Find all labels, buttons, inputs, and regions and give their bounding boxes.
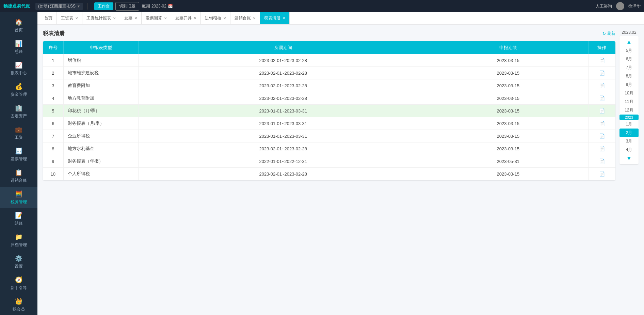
- month-2023-3[interactable]: 3月: [619, 137, 639, 146]
- month-2022-9[interactable]: 9月: [619, 80, 639, 89]
- view-icon[interactable]: 📄: [599, 121, 605, 126]
- close-icon[interactable]: ✕: [194, 16, 196, 20]
- archive-icon: 📁: [15, 233, 22, 241]
- tab-salary-report[interactable]: 工资统计报表 ✕: [82, 12, 120, 25]
- tab-salary-table[interactable]: 工资表 ✕: [57, 12, 82, 25]
- sidebar: 🏠 首页 📊 总账 📈 报表中心 💰 资金管理 🏢 固定资产 💼 工资 🧾 发票…: [0, 12, 37, 315]
- calendar-icon[interactable]: 📅: [168, 4, 173, 9]
- sidebar-label-home: 首页: [15, 27, 23, 33]
- tab-invoice-calc[interactable]: 发票测算 ✕: [142, 12, 171, 25]
- view-icon[interactable]: 📄: [599, 159, 605, 164]
- nav-down-button[interactable]: ▼: [619, 154, 639, 163]
- view-icon[interactable]: 📄: [599, 108, 605, 114]
- tab-home-label: 首页: [44, 15, 52, 21]
- page-header: 税表清册 ↻ 刷新: [43, 30, 615, 37]
- month-2023-4[interactable]: 4月: [619, 146, 639, 154]
- sidebar-item-guide[interactable]: 🧭 新手引导: [0, 273, 37, 294]
- nav-up-button[interactable]: ▲: [619, 38, 639, 46]
- sidebar-item-member[interactable]: 👑 畅会员: [0, 294, 37, 315]
- tab-invoice-open[interactable]: 发票开具 ✕: [171, 12, 201, 25]
- cell-period: 2023-01-01~2023-03-31: [138, 105, 428, 117]
- month-2022-8[interactable]: 8月: [619, 72, 639, 80]
- view-icon[interactable]: 📄: [599, 171, 605, 177]
- sidebar-item-settings[interactable]: ⚙️ 设置: [0, 251, 37, 273]
- tab-tax-register[interactable]: 税表清册 ✕: [260, 12, 290, 25]
- tab-invoice-calc-label: 发票测算: [146, 15, 162, 21]
- sidebar-label-ledger: 总账: [15, 49, 23, 55]
- view-icon[interactable]: 📄: [599, 133, 605, 139]
- month-2022-5[interactable]: 5月: [619, 46, 639, 55]
- salary-icon: 💼: [15, 126, 22, 133]
- sidebar-item-tax[interactable]: 🧮 税务管理: [0, 187, 37, 208]
- cell-period: 2023-02-01~2023-02-28: [138, 92, 428, 105]
- close-icon[interactable]: ✕: [113, 16, 116, 20]
- cell-type: 财务报表（月/季）: [63, 117, 138, 130]
- cell-deadline: 2023-03-15: [428, 117, 588, 130]
- refresh-button[interactable]: ↻ 刷新: [602, 31, 615, 36]
- human-consult[interactable]: 人工咨询: [596, 3, 612, 9]
- cell-deadline: 2023-03-15: [428, 105, 588, 117]
- table-row: 10 个人所得税 2023-02-01~2023-02-28 2023-03-1…: [43, 168, 615, 180]
- tab-purchase-audit[interactable]: 进销稽核 ✕: [201, 12, 230, 25]
- settings-icon: ⚙️: [15, 255, 22, 262]
- view-icon[interactable]: 📄: [599, 146, 605, 151]
- month-2023-1[interactable]: 1月: [619, 120, 639, 129]
- fund-icon: 💰: [15, 83, 22, 90]
- sidebar-item-salary[interactable]: 💼 工资: [0, 122, 37, 144]
- view-icon[interactable]: 📄: [599, 83, 605, 88]
- close-icon[interactable]: ✕: [283, 16, 285, 20]
- close-icon[interactable]: ✕: [134, 16, 137, 20]
- sidebar-label-salary: 工资: [15, 135, 23, 140]
- cell-no: 2: [43, 67, 63, 79]
- report-icon: 📈: [15, 61, 22, 69]
- month-2022-7[interactable]: 7月: [619, 63, 639, 72]
- sidebar-label-settings: 设置: [15, 264, 23, 269]
- sidebar-item-invoice[interactable]: 🧾 发票管理: [0, 144, 37, 165]
- cell-no: 8: [43, 142, 63, 155]
- col-header-deadline: 申报期限: [428, 41, 588, 54]
- username[interactable]: 徐泽华: [628, 3, 641, 9]
- cell-action: 📄: [588, 155, 615, 168]
- workbench-button[interactable]: 工作台: [94, 2, 113, 10]
- cell-deadline: 2023-03-15: [428, 92, 588, 105]
- col-header-type: 申报表类型: [63, 41, 138, 54]
- sidebar-item-purchase[interactable]: 📋 进销台账: [0, 165, 37, 187]
- month-2022-6[interactable]: 6月: [619, 55, 639, 63]
- tab-purchase-ledger[interactable]: 进销台账 ✕: [230, 12, 260, 25]
- tab-purchase-ledger-label: 进销台账: [235, 15, 251, 21]
- cell-period: 2023-01-01~2023-03-31: [138, 130, 428, 142]
- close-icon[interactable]: ✕: [75, 16, 78, 20]
- company-selector[interactable]: (勿动) 江西服宝-LSS ▼: [35, 3, 83, 10]
- user-avatar: [616, 2, 624, 10]
- company-name: (勿动) 江西服宝-LSS: [38, 3, 76, 9]
- view-icon[interactable]: 📄: [599, 70, 605, 76]
- sidebar-item-archive[interactable]: 📁 归档管理: [0, 230, 37, 251]
- cell-period: 2023-02-01~2023-02-28: [138, 54, 428, 67]
- sidebar-item-home[interactable]: 🏠 首页: [0, 15, 37, 36]
- sidebar-label-purchase: 进销台账: [11, 178, 27, 183]
- month-2022-12[interactable]: 12月: [619, 106, 639, 115]
- sidebar-item-ledger[interactable]: 📊 总账: [0, 36, 37, 58]
- sidebar-label-guide: 新手引导: [11, 285, 27, 291]
- month-2022-11[interactable]: 11月: [619, 97, 639, 106]
- view-icon[interactable]: 📄: [599, 95, 605, 101]
- sidebar-item-fund[interactable]: 💰 资金管理: [0, 79, 37, 101]
- sidebar-item-settlement[interactable]: 📝 结账: [0, 208, 37, 230]
- sidebar-item-report[interactable]: 📈 报表中心: [0, 58, 37, 79]
- tab-home[interactable]: 首页: [40, 12, 57, 25]
- month-2022-10[interactable]: 10月: [619, 89, 639, 97]
- close-icon[interactable]: ✕: [253, 16, 256, 20]
- purchase-icon: 📋: [15, 169, 22, 176]
- table-row: 7 企业所得税 2023-01-01~2023-03-31 2023-03-15…: [43, 130, 615, 142]
- switch-old-button[interactable]: 切到旧版: [115, 2, 139, 11]
- cell-action: 📄: [588, 117, 615, 130]
- cell-no: 7: [43, 130, 63, 142]
- close-icon[interactable]: ✕: [223, 16, 226, 20]
- tab-invoice[interactable]: 发票 ✕: [120, 12, 142, 25]
- month-2023-2[interactable]: 2月: [619, 129, 639, 137]
- view-icon[interactable]: 📄: [599, 58, 605, 63]
- year-2023-tag: 2023: [619, 115, 639, 120]
- period-label: 账期: [142, 3, 150, 9]
- sidebar-item-fixed[interactable]: 🏢 固定资产: [0, 101, 37, 122]
- close-icon[interactable]: ✕: [164, 16, 167, 20]
